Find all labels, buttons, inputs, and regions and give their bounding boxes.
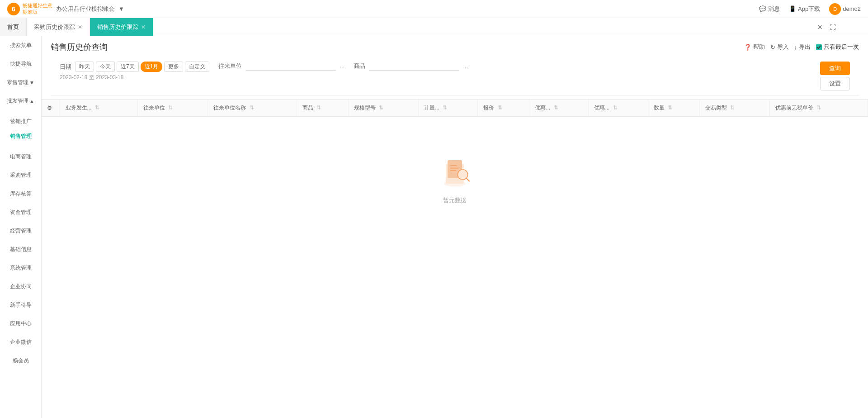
main-layout: 搜索菜单 快捷导航 零售管理 ▼ 批发管理 ▲ 营销推广 销售管理 电商管理 采… bbox=[0, 36, 868, 418]
sidebar-item-enterprise-wechat[interactable]: 企业微信 bbox=[0, 333, 41, 352]
sort-icon-biz-date: ⇅ bbox=[95, 104, 99, 111]
partner-input[interactable] bbox=[245, 62, 336, 71]
tab-bar: 首页 采购历史价跟踪 ✕ 销售历史价跟踪 ✕ ✕ ⛶ bbox=[0, 18, 868, 36]
only-last-checkbox-label[interactable]: 只看最后一次 bbox=[816, 43, 859, 51]
tab-home[interactable]: 首页 bbox=[0, 18, 27, 36]
content-area: 销售历史价查询 ❓ 帮助 ↻ 导入 ↓ 导出 bbox=[42, 36, 868, 418]
date-btn-yesterday[interactable]: 昨天 bbox=[75, 62, 94, 72]
sidebar-item-new-guide[interactable]: 新手引导 bbox=[0, 296, 41, 314]
tab-purchase-close-icon[interactable]: ✕ bbox=[78, 24, 82, 30]
sidebar-item-basic-info[interactable]: 基础信息 bbox=[0, 240, 41, 259]
sidebar-item-system-mgmt[interactable]: 系统管理 bbox=[0, 259, 41, 277]
filter-top-row: 日期 昨天 今天 近7天 近1月 更多 自定义 2023-02-18 至 202… bbox=[60, 62, 850, 90]
col-pretax-price[interactable]: 优惠前无税单价 ⇅ bbox=[769, 100, 868, 117]
logo-area: 6 畅捷通好生意 标准版 bbox=[7, 3, 52, 15]
col-partner-name[interactable]: 往来单位名称 ⇅ bbox=[208, 100, 297, 117]
date-range: 2023-02-18 至 2023-03-18 bbox=[60, 74, 209, 81]
sort-icon-pretax-price: ⇅ bbox=[816, 104, 821, 111]
user-action[interactable]: D demo2 bbox=[829, 3, 861, 15]
tab-actions: ✕ ⛶ bbox=[816, 23, 841, 32]
date-btn-today[interactable]: 今天 bbox=[96, 62, 115, 72]
import-link[interactable]: ↻ 导入 bbox=[770, 43, 789, 51]
sort-icon-partner-code: ⇅ bbox=[168, 104, 173, 111]
sidebar-item-operations[interactable]: 经营管理 bbox=[0, 222, 41, 240]
col-unit[interactable]: 计量... ⇅ bbox=[418, 100, 477, 117]
app-download-action[interactable]: 📱 App下载 bbox=[789, 5, 820, 13]
help-link[interactable]: ❓ 帮助 bbox=[744, 43, 765, 51]
search-button[interactable]: 查询 bbox=[820, 62, 850, 75]
col-settings[interactable]: ⚙ bbox=[42, 100, 60, 117]
filter-bar: 日期 昨天 今天 近7天 近1月 更多 自定义 2023-02-18 至 202… bbox=[51, 57, 859, 95]
col-partner-code[interactable]: 往来单位 ⇅ bbox=[137, 100, 208, 117]
page-title: 销售历史价查询 bbox=[51, 42, 108, 52]
sidebar-sub-wholesale: 营销推广 销售管理 bbox=[0, 110, 41, 147]
filter-date-col: 日期 昨天 今天 近7天 近1月 更多 自定义 2023-02-18 至 202… bbox=[60, 62, 209, 81]
mobile-icon: 📱 bbox=[789, 5, 796, 12]
sidebar-item-enterprise-collab[interactable]: 企业协同 bbox=[0, 277, 41, 296]
settings-button[interactable]: 设置 bbox=[820, 77, 850, 90]
table-header-row: ⚙ 业务发生... ⇅ 往来单位 ⇅ 往来单位名称 ⇅ bbox=[42, 100, 868, 117]
sidebar-sub-item-marketing[interactable]: 营销推广 bbox=[0, 114, 41, 129]
sidebar-item-finance[interactable]: 资金管理 bbox=[0, 203, 41, 222]
sidebar-item-app-center[interactable]: 应用中心 bbox=[0, 314, 41, 333]
page-header: 销售历史价查询 ❓ 帮助 ↻ 导入 ↓ 导出 bbox=[42, 36, 868, 100]
top-bar: 6 畅捷通好生意 标准版 办公用品行业模拟账套 ▼ 💬 消息 📱 App下载 D… bbox=[0, 0, 868, 18]
logo-text: 畅捷通好生意 标准版 bbox=[23, 3, 52, 14]
page-title-row: 销售历史价查询 ❓ 帮助 ↻ 导入 ↓ 导出 bbox=[51, 42, 859, 52]
window-dropdown[interactable]: ▼ bbox=[118, 5, 124, 12]
sidebar-sub-item-sales-mgmt[interactable]: 销售管理 bbox=[0, 129, 41, 144]
sidebar-item-wholesale-mgmt[interactable]: 批发管理 ▲ bbox=[0, 92, 41, 110]
col-biz-date[interactable]: 业务发生... ⇅ bbox=[60, 100, 137, 117]
empty-state-icon bbox=[437, 153, 473, 189]
sidebar-item-member[interactable]: 畅会员 bbox=[0, 352, 41, 370]
tab-purchase-history[interactable]: 采购历史价跟踪 ✕ bbox=[27, 18, 90, 36]
logo-icon: 6 bbox=[7, 3, 20, 15]
sort-icon-trade-type: ⇅ bbox=[730, 104, 735, 111]
sidebar-item-purchase-mgmt[interactable]: 采购管理 bbox=[0, 166, 41, 185]
chevron-up-icon: ▲ bbox=[29, 98, 35, 104]
top-bar-right: 💬 消息 📱 App下载 D demo2 bbox=[759, 3, 861, 15]
date-btn-more[interactable]: 更多 bbox=[164, 62, 183, 72]
col-trade-type[interactable]: 交易类型 ⇅ bbox=[699, 100, 769, 117]
partner-dots: ... bbox=[340, 63, 344, 70]
goods-dots: ... bbox=[463, 63, 468, 70]
goods-label: 商品 bbox=[354, 62, 365, 70]
date-buttons: 昨天 今天 近7天 近1月 更多 自定义 bbox=[75, 62, 209, 72]
partner-label: 往来单位 bbox=[218, 62, 242, 70]
sort-icon-quantity: ⇅ bbox=[668, 104, 672, 111]
avatar: D bbox=[829, 3, 841, 15]
col-discount1[interactable]: 优惠... ⇅ bbox=[529, 100, 589, 117]
tab-maximize-btn[interactable]: ⛶ bbox=[828, 23, 837, 32]
only-last-checkbox[interactable] bbox=[816, 44, 822, 50]
sort-icon-partner-name: ⇅ bbox=[250, 104, 254, 111]
window-title: 办公用品行业模拟账套 bbox=[56, 5, 115, 13]
sidebar-item-inventory[interactable]: 库存核算 bbox=[0, 185, 41, 203]
goods-input[interactable] bbox=[369, 62, 459, 71]
export-icon: ↓ bbox=[794, 44, 797, 51]
partner-filter-group: 往来单位 ... bbox=[218, 62, 344, 71]
sort-icon-quote-price: ⇅ bbox=[498, 104, 502, 111]
sidebar-item-retail-mgmt[interactable]: 零售管理 ▼ bbox=[0, 73, 41, 92]
gear-icon: ⚙ bbox=[47, 105, 52, 111]
chevron-down-icon: ▼ bbox=[29, 80, 35, 86]
date-btn-custom[interactable]: 自定义 bbox=[185, 62, 209, 72]
col-quote-price[interactable]: 报价 ⇅ bbox=[478, 100, 529, 117]
date-filter-group: 日期 昨天 今天 近7天 近1月 更多 自定义 bbox=[60, 62, 209, 72]
tab-close-window-btn[interactable]: ✕ bbox=[816, 23, 825, 32]
sort-icon-goods: ⇅ bbox=[316, 104, 321, 111]
message-action[interactable]: 💬 消息 bbox=[759, 5, 780, 13]
col-discount2[interactable]: 优惠... ⇅ bbox=[589, 100, 648, 117]
sidebar-item-ecommerce[interactable]: 电商管理 bbox=[0, 147, 41, 166]
sidebar-item-quick-nav[interactable]: 快捷导航 bbox=[0, 55, 41, 73]
col-spec[interactable]: 规格型号 ⇅ bbox=[348, 100, 418, 117]
tab-sales-close-icon[interactable]: ✕ bbox=[141, 24, 146, 30]
sidebar-item-search-menu[interactable]: 搜索菜单 bbox=[0, 36, 41, 55]
col-goods[interactable]: 商品 ⇅ bbox=[297, 100, 348, 117]
col-quantity[interactable]: 数量 ⇅ bbox=[648, 100, 699, 117]
date-btn-last7days[interactable]: 近7天 bbox=[117, 62, 139, 72]
tab-sales-history[interactable]: 销售历史价跟踪 ✕ bbox=[90, 18, 153, 36]
page-actions: ❓ 帮助 ↻ 导入 ↓ 导出 只看最后一次 bbox=[744, 43, 859, 51]
message-icon: 💬 bbox=[759, 5, 766, 12]
date-btn-last1month[interactable]: 近1月 bbox=[141, 62, 163, 72]
export-link[interactable]: ↓ 导出 bbox=[794, 43, 811, 51]
